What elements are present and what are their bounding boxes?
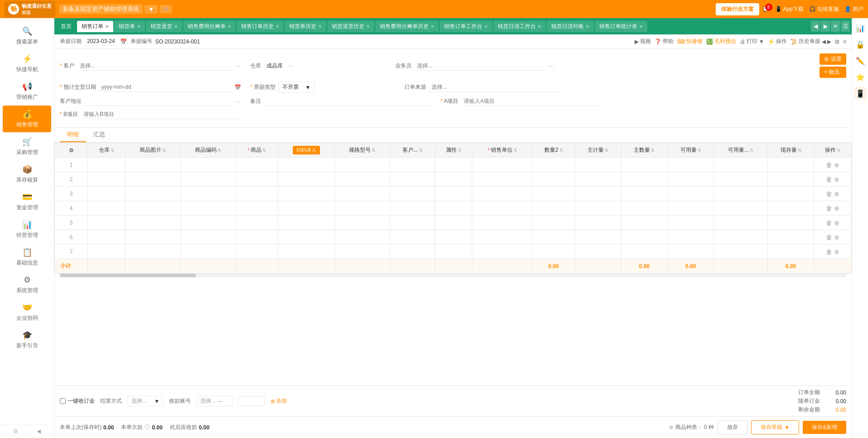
customer-input[interactable] bbox=[77, 61, 233, 71]
delivery-input[interactable] bbox=[99, 82, 232, 92]
delete-icon-4[interactable]: 🗑 bbox=[826, 205, 832, 212]
sort-icon-product_img[interactable]: ⇅ bbox=[162, 148, 166, 153]
save-new-button[interactable]: 保存&新增 bbox=[803, 421, 846, 434]
sort-icon-available2[interactable]: ⇅ bbox=[750, 148, 753, 153]
right-panel-star-icon[interactable]: ⭐ bbox=[854, 71, 867, 83]
list-view-button[interactable]: ≡ bbox=[843, 39, 846, 45]
remark-input[interactable] bbox=[264, 96, 432, 106]
history-next-icon[interactable]: ▶ bbox=[827, 39, 831, 45]
sidebar-item-资金管理[interactable]: 💳 资金管理 bbox=[3, 188, 51, 215]
tab-0[interactable]: 首页 bbox=[56, 21, 76, 32]
user-button[interactable]: 👤 用户 bbox=[844, 5, 863, 13]
payment-method-select[interactable]: 选择... ▼ bbox=[127, 396, 164, 406]
order-source-input[interactable] bbox=[429, 82, 563, 92]
sidebar-item-库存核算[interactable]: 📦 库存核算 bbox=[3, 161, 51, 188]
sort-icon-spec[interactable]: ⇅ bbox=[372, 148, 375, 153]
one-click-checkbox[interactable]: 一键收订金 bbox=[60, 397, 95, 405]
online-service-button[interactable]: 🎧 在线客服 bbox=[809, 5, 839, 13]
tabs-next-button[interactable]: ▶ bbox=[821, 21, 830, 32]
sidebar-item-销售管理[interactable]: 💰 销售管理 bbox=[3, 106, 51, 132]
tab-close-5[interactable]: ✕ bbox=[276, 24, 279, 29]
tab-close-11[interactable]: ✕ bbox=[586, 24, 589, 29]
copy-icon-3[interactable]: ⊕ bbox=[834, 190, 839, 197]
tab-close-2[interactable]: ✕ bbox=[137, 24, 141, 29]
profit-button[interactable]: 💹 毛利预估 bbox=[706, 38, 736, 45]
tab-4[interactable]: 销售费用分摊单✕ bbox=[183, 21, 236, 32]
address-input[interactable] bbox=[84, 96, 233, 106]
calendar-icon[interactable]: 📅 bbox=[120, 39, 127, 45]
tab-close-9[interactable]: ✕ bbox=[484, 24, 488, 29]
delete-icon-2[interactable]: 🗑 bbox=[826, 176, 832, 183]
delete-icon-5[interactable]: 🗑 bbox=[826, 219, 832, 226]
view-video-button[interactable]: ▶ 视频 bbox=[635, 38, 651, 45]
copy-icon-6[interactable]: ⊕ bbox=[834, 234, 839, 241]
tab-8[interactable]: 销售费用分摊单历史✕ bbox=[375, 21, 439, 32]
sort-icon-main_unit[interactable]: ⇅ bbox=[605, 148, 608, 153]
sidebar-item-快捷导航[interactable]: ⚡ 快捷导航 bbox=[3, 50, 51, 77]
amount-input[interactable]: 0.00 bbox=[238, 396, 265, 406]
settings-button[interactable]: ⚙ 设置 bbox=[820, 53, 846, 65]
sort-icon-product[interactable]: ⇅ bbox=[262, 148, 266, 153]
right-panel-chart-icon[interactable]: 📊 bbox=[854, 22, 867, 34]
sidebar-item-采购管理[interactable]: 🛒 采购管理 bbox=[3, 133, 51, 160]
account-dots[interactable]: ··· bbox=[218, 398, 222, 404]
tabs-prev-button[interactable]: ◀ bbox=[811, 21, 820, 32]
tab-6[interactable]: 销货单历史✕ bbox=[285, 21, 326, 32]
delete-icon-1[interactable]: 🗑 bbox=[826, 161, 832, 168]
solution-button[interactable]: 体验行业方案 bbox=[716, 3, 759, 15]
sort-icon-sales_unit[interactable]: ⇅ bbox=[514, 148, 517, 153]
sidebar-settings-icon[interactable]: ⚙ bbox=[13, 428, 18, 434]
sort-icon-available[interactable]: ⇅ bbox=[698, 148, 701, 153]
sidebar-item-系统管理[interactable]: ⚙ 系统管理 bbox=[3, 271, 51, 298]
sidebar-item-经营管理[interactable]: 📊 经营管理 bbox=[3, 216, 51, 243]
detail-tab-明细[interactable]: 明细 bbox=[60, 128, 86, 142]
table-container[interactable]: ⚙仓库⇅商品图片⇅商品编码⇅*商品⇅扫码录入规格型号⇅客户...⇅属性⇅*销售单… bbox=[54, 143, 852, 385]
invoice-select[interactable]: 不开票 ▼ bbox=[278, 82, 315, 93]
tab-12[interactable]: 销售订单统计表✕ bbox=[595, 21, 647, 32]
b-project-input[interactable] bbox=[81, 110, 241, 119]
delivery-calendar-icon[interactable]: 📅 bbox=[234, 84, 241, 91]
history-button[interactable]: 📜 历史单据 ◀ ▶ bbox=[790, 38, 831, 45]
scrollbar-thumb[interactable] bbox=[60, 274, 196, 277]
sort-icon-main_qty[interactable]: ⇅ bbox=[651, 148, 655, 153]
right-panel-lock-icon[interactable]: 🔒 bbox=[854, 38, 867, 51]
detail-tab-汇总[interactable]: 汇总 bbox=[86, 128, 112, 142]
product-count-icon[interactable]: ⊙ bbox=[669, 424, 674, 430]
sidebar-item-基础信息[interactable]: 📋 基础信息 bbox=[3, 244, 51, 270]
tab-9[interactable]: 销售订单工作台✕ bbox=[440, 21, 492, 32]
app-download-button[interactable]: 📱 App下载 bbox=[775, 5, 804, 13]
debit-info-icon[interactable]: ⓘ bbox=[145, 424, 150, 431]
salesperson-input[interactable] bbox=[414, 61, 546, 71]
sidebar-item-搜索菜单[interactable]: 🔍 搜索菜单 bbox=[3, 23, 51, 49]
sort-icon-attribute[interactable]: ⇅ bbox=[458, 148, 461, 153]
sort-icon-current_qty[interactable]: ⇅ bbox=[798, 148, 801, 153]
delete-icon-6[interactable]: 🗑 bbox=[826, 234, 832, 241]
print-dropdown-icon[interactable]: ▼ bbox=[759, 39, 764, 45]
col-settings-icon[interactable]: ⚙ bbox=[69, 147, 74, 154]
customer-dots[interactable]: ··· bbox=[236, 62, 241, 69]
salesperson-dots[interactable]: ··· bbox=[548, 62, 554, 69]
tab-close-3[interactable]: ✕ bbox=[174, 24, 178, 29]
tab-2[interactable]: 销货单✕ bbox=[114, 21, 145, 32]
a-project-input[interactable] bbox=[461, 96, 599, 106]
grid-view-button[interactable]: ⊞ bbox=[835, 39, 839, 45]
action-button[interactable]: ⚡ 操作 bbox=[768, 38, 787, 45]
sidebar-item-新手引导[interactable]: 🎓 新手引导 bbox=[3, 327, 51, 353]
tab-11[interactable]: 钱货日清对账✕ bbox=[547, 21, 594, 32]
help-button[interactable]: ❓ 帮助 bbox=[655, 38, 674, 45]
warehouse-dots[interactable]: ··· bbox=[288, 62, 294, 69]
tab-close-7[interactable]: ✕ bbox=[366, 24, 370, 29]
tab-close-1[interactable]: ✕ bbox=[105, 24, 109, 29]
sort-icon-actions[interactable]: ⇅ bbox=[837, 148, 840, 153]
save-draft-button[interactable]: 保存草稿 ▼ bbox=[751, 420, 799, 434]
sidebar-item-企业协同[interactable]: 🤝 企业协同 bbox=[3, 299, 51, 326]
right-panel-edit-icon[interactable]: ✏️ bbox=[854, 54, 867, 67]
tab-close-10[interactable]: ✕ bbox=[538, 24, 541, 29]
scan-button[interactable]: 扫码录入 bbox=[293, 146, 320, 154]
tabs-close-button[interactable]: ✕ bbox=[831, 21, 840, 32]
message-button[interactable]: 💬 8 bbox=[763, 6, 770, 12]
tab-close-4[interactable]: ✕ bbox=[228, 24, 231, 29]
sidebar-item-营销推广[interactable]: 📢 营销推广 bbox=[3, 78, 51, 105]
tab-1[interactable]: 销售订单✕ bbox=[77, 21, 113, 32]
shortcut-button[interactable]: ⌨ 快捷键 bbox=[677, 38, 703, 45]
